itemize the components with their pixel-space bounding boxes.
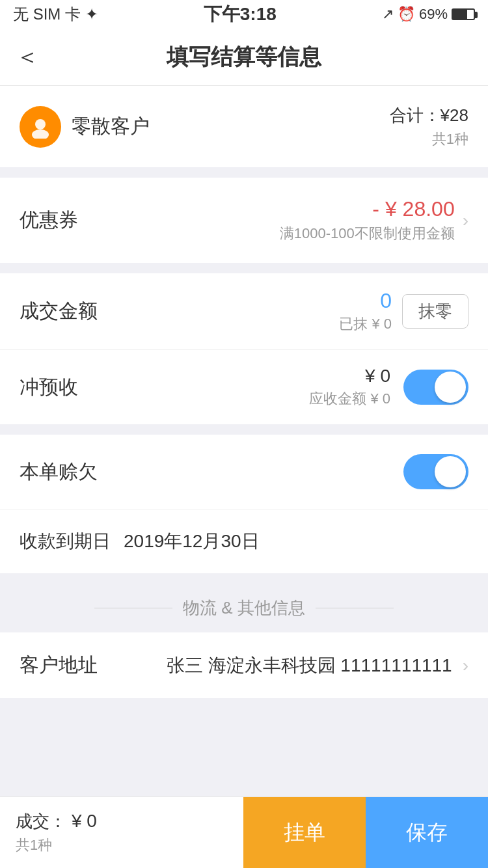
- customer-right: 合计：¥28 共1种: [390, 104, 468, 149]
- coupon-discount: - ¥ 28.00: [280, 197, 455, 221]
- status-left: 无 SIM 卡 ✦: [13, 4, 98, 25]
- bottom-deal-label: 成交：: [16, 810, 66, 833]
- location-icon: ↗: [382, 6, 394, 23]
- deal-amount-value: 0: [339, 289, 392, 313]
- round-zero-button[interactable]: 抹零: [402, 294, 468, 329]
- pre-collect-sub: 应收金额 ¥ 0: [309, 389, 390, 409]
- status-right: ↗ ⏰ 69%: [382, 6, 475, 23]
- logistics-line-right: [316, 608, 394, 608]
- bottom-deal-amount: ¥ 0: [72, 811, 97, 832]
- pre-collect-toggle[interactable]: [403, 370, 468, 405]
- coupon-label: 优惠券: [20, 207, 78, 234]
- sim-signal: 无 SIM 卡 ✦: [13, 4, 98, 25]
- address-value: 张三 海淀永丰科技园 11111111111: [108, 653, 452, 678]
- bottom-count: 共1种: [16, 835, 228, 855]
- hang-sale-button[interactable]: 挂单: [243, 797, 366, 869]
- debt-toggle-knob: [435, 456, 466, 487]
- logistics-header-row: 物流 & 其他信息: [20, 597, 468, 619]
- address-row[interactable]: 客户地址 张三 海淀永丰科技园 11111111111 ›: [0, 632, 488, 698]
- battery-icon: [452, 8, 475, 20]
- customer-left: 零散客户: [20, 106, 150, 148]
- pre-collect-right: ¥ 0 应收金额 ¥ 0: [309, 366, 468, 409]
- deal-amount-sub: 已抹 ¥ 0: [339, 314, 392, 334]
- pre-collect-row: 冲预收 ¥ 0 应收金额 ¥ 0: [0, 349, 488, 424]
- coupon-right: - ¥ 28.00 满1000-100不限制使用金额 ›: [280, 197, 468, 243]
- bottom-bar: 成交： ¥ 0 共1种 挂单 保存: [0, 796, 488, 868]
- coupon-row[interactable]: 优惠券 - ¥ 28.00 满1000-100不限制使用金额 ›: [0, 178, 488, 263]
- nav-bar: ＜ 填写结算等信息: [0, 29, 488, 86]
- toggle-knob: [435, 372, 466, 403]
- avatar: [20, 106, 61, 148]
- total-amount: 合计：¥28: [390, 104, 468, 127]
- address-section: 客户地址 张三 海淀永丰科技园 11111111111 ›: [0, 632, 488, 698]
- bottom-info: 成交： ¥ 0 共1种: [0, 810, 243, 855]
- address-chevron: ›: [463, 655, 468, 676]
- pre-collect-values: ¥ 0 应收金额 ¥ 0: [309, 366, 390, 409]
- deal-amount-label: 成交金额: [20, 298, 98, 325]
- due-date-row: 收款到期日 2019年12月30日: [0, 509, 488, 573]
- coupon-chevron: ›: [463, 210, 468, 231]
- debt-toggle[interactable]: [403, 454, 468, 489]
- status-bar: 无 SIM 卡 ✦ 下午3:18 ↗ ⏰ 69%: [0, 0, 488, 29]
- total-count: 共1种: [390, 129, 468, 149]
- logistics-section: 物流 & 其他信息: [0, 584, 488, 632]
- deal-amount-section: 成交金额 0 已抹 ¥ 0 抹零 冲预收 ¥ 0 应收金额 ¥ 0: [0, 273, 488, 424]
- debt-section: 本单赊欠 收款到期日 2019年12月30日: [0, 435, 488, 573]
- coupon-section: 优惠券 - ¥ 28.00 满1000-100不限制使用金额 ›: [0, 178, 488, 263]
- content-area: 零散客户 合计：¥28 共1种 优惠券 - ¥ 28.00 满1000-100不…: [0, 86, 488, 787]
- save-button[interactable]: 保存: [366, 797, 488, 869]
- back-button[interactable]: ＜: [16, 41, 39, 73]
- deal-amount-row: 成交金额 0 已抹 ¥ 0 抹零: [0, 273, 488, 349]
- svg-point-1: [32, 129, 49, 139]
- pre-collect-amount: ¥ 0: [309, 366, 390, 387]
- alarm-icon: ⏰: [398, 6, 415, 23]
- pre-collect-label: 冲预收: [20, 374, 78, 401]
- debt-label: 本单赊欠: [20, 459, 98, 485]
- logistics-line-left: [94, 608, 172, 608]
- svg-point-0: [35, 119, 46, 129]
- logistics-label: 物流 & 其他信息: [183, 597, 305, 619]
- coupon-sub: 满1000-100不限制使用金额: [280, 224, 455, 243]
- debt-row: 本单赊欠: [0, 435, 488, 509]
- battery-level: 69%: [419, 6, 448, 23]
- customer-name: 零散客户: [72, 113, 150, 140]
- due-date-value[interactable]: 2019年12月30日: [124, 529, 260, 554]
- due-date-label: 收款到期日: [20, 529, 111, 554]
- nav-title: 填写结算等信息: [167, 42, 321, 72]
- status-time: 下午3:18: [204, 2, 277, 27]
- customer-row: 零散客户 合计：¥28 共1种: [0, 86, 488, 167]
- address-label: 客户地址: [20, 652, 98, 679]
